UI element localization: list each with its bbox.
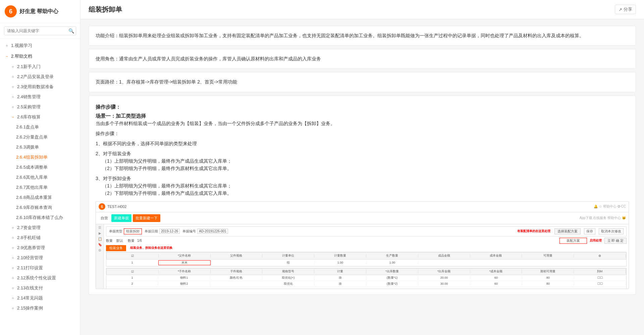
sidebar-item-coupon[interactable]: ＋ 2.9优惠券管理 <box>0 243 80 253</box>
field-doc-type: 单据类型 组装拆卸 <box>109 228 142 234</box>
sidebar-item-account-check[interactable]: 2.6.9库存账本查询 <box>0 203 80 213</box>
main-content: 功能介绍：组装拆卸单用来处理企业组装或拆卸等加工业务，支持有固定装配清单的产品加… <box>80 19 644 335</box>
sidebar-item-cost-adjust[interactable]: 2.6.5成本调整单 <box>0 162 80 172</box>
sidebar-item-cost-recalc[interactable]: 2.6.8商品成本重算 <box>0 192 80 203</box>
annotation-enable: 启用处理 <box>590 238 602 243</box>
bottom-table-row-1: 1 物料1 颜色:红色 双优化(+) 块 (数量*1) 20.00 60 80 <box>106 275 626 281</box>
bottom-table-header: ☑ *子件名称 子件规格 规格型号 计量 *出库数量 *出库金额 *成本金额 期… <box>106 268 626 275</box>
step2-sub: （1）上部明细为父件明细，最终作为产成品生成其它入库单； （2）下部明细为子件明… <box>96 158 629 172</box>
sidebar-item-stocktake[interactable]: 2.6.1盘点单 <box>0 122 80 132</box>
step2-text: 2、对于组装业务 <box>96 151 629 157</box>
plus-icon-3: ＋ <box>11 74 15 80</box>
search-input[interactable] <box>4 26 76 35</box>
plus-icon-5: ＋ <box>11 94 15 100</box>
sidebar-item-print[interactable]: ＋ 2.11打印设置 <box>0 263 80 273</box>
step3-2-text: （2）下部明细为子件明细，最终作为产成品生成其它入库单。 <box>102 190 629 197</box>
sidebar-item-cases[interactable]: ＋ 2.15操作案例 <box>0 303 80 313</box>
ops-sub-title: 操作步骤： <box>96 131 629 137</box>
sidebar-item-assembly[interactable]: 2.6.4组装拆卸单 <box>0 152 80 162</box>
app-side-icons: ☰ ▶ 📋 🔖 ⚙ <box>96 224 104 289</box>
sidebar-item-data-prep[interactable]: ＋ 2.3使用前数据准备 <box>0 82 80 92</box>
page-path-text: 页面路径：1、库存核算->库存管理->组装拆卸单 2、首页->常用功能 <box>96 78 629 86</box>
sidebar-item-partial-stocktake[interactable]: 2.6.2分量盘点单 <box>0 132 80 142</box>
btn-save[interactable]: 保存 <box>584 228 595 234</box>
side-icon-4: 🔖 <box>98 243 102 246</box>
sidebar-item-sales[interactable]: ＋ 2.4销售管理 <box>0 92 80 102</box>
app-icons: 🔔 ☆ 帮助中心 ✪ CC <box>594 204 626 209</box>
select-plan-btn[interactable]: 选择装配方案 <box>554 228 581 234</box>
sidebar-item-mobile[interactable]: ＋ 2.8手机旺铺 <box>0 233 80 243</box>
plus-icon-14: ＋ <box>11 295 15 301</box>
app-id-text: TEST-H002 <box>107 205 592 209</box>
app-body: ☰ ▶ 📋 🔖 ⚙ 单据类型 组装拆卸 <box>96 224 629 289</box>
search-area: 🔍 <box>0 23 80 39</box>
assembly-type-btn[interactable]: 组装业务 <box>106 245 126 251</box>
main-header: 组装拆卸单 ↗ 分享 <box>80 0 644 19</box>
step2-block: 2、对于组装业务 （1）上部明细为父件明细，最终作为产成品生成其它入库单； （2… <box>96 151 629 172</box>
nav-new-doc[interactable]: 新建单据 <box>111 214 131 222</box>
top-table-header: ☑ *父件名称 父件规格 计量单位 计量数量 生产数量 成品金额 成本金额 可用… <box>106 252 626 260</box>
scene-block: 场景一：加工类型选择 当由多个子件材料组装成一个成品的业务为【组装】业务，当由一… <box>96 113 629 127</box>
scene-title: 场景一：加工类型选择 <box>96 113 629 119</box>
sidebar-item-personalize[interactable]: ＋ 2.12系统个性化设置 <box>0 273 80 283</box>
plus-icon: ＋ <box>5 43 9 49</box>
app-main-area: 单据类型 组装拆卸 单据日期 2019-12-26 单据编号 AD-201912… <box>104 224 629 289</box>
type-switcher-area: 组装业务 组装业务、拆卸业务在这里切换 <box>106 245 627 251</box>
sidebar-item-other-in[interactable]: 2.6.6其他入库单 <box>0 172 80 182</box>
confirm-btn[interactable]: 立 即 确 定 <box>604 238 627 244</box>
doc-type-value[interactable]: 组装拆卸 <box>124 228 142 234</box>
scene-desc: 当由多个子件材料组装成一个成品的业务为【组装】业务，当由一个父件拆分成多个子产品… <box>96 121 629 127</box>
sidebar-item-new-user[interactable]: ＋ 2.1新手入门 <box>0 62 80 72</box>
nav-right-icons: App下载 在线服务 帮助中心 🐱 <box>580 216 626 220</box>
sidebar-item-adjust[interactable]: 2.6.3调拨单 <box>0 142 80 152</box>
sidebar-item-install[interactable]: ＋ 2.2产品安装及登录 <box>0 72 80 82</box>
bottom-table-row-3: 3 <box>106 287 626 289</box>
plus-icon-10: ＋ <box>11 255 15 261</box>
page-path-card: 页面路径：1、库存核算->库存管理->组装拆卸单 2、首页->常用功能 <box>89 72 636 92</box>
main-area: 组装拆卸单 ↗ 分享 功能介绍：组装拆卸单用来处理企业组装或拆卸等加工业务，支持… <box>80 0 644 335</box>
step1-text: 1、根据不同的业务，选择不同单据的类型来处理 <box>96 141 629 147</box>
sidebar-item-purchase[interactable]: ＋ 2.5采购管理 <box>0 102 80 112</box>
steps-section: 操作步骤： 场景一：加工类型选择 当由多个子件材料组装成一个成品的业务为【组装】… <box>89 96 636 295</box>
step2-2-text: （2）下部明细为子件明细，最终作为原材料生成其它出库单。 <box>102 166 629 172</box>
top-table: ☑ *父件名称 父件规格 计量单位 计量数量 生产数量 成品金额 成本金额 可用… <box>106 252 627 267</box>
sidebar-item-online-pay[interactable]: ＋ 2.13在线支付 <box>0 283 80 293</box>
sidebar-item-faq[interactable]: ＋ 2.14常见问题 <box>0 293 80 303</box>
sidebar-item-other-out[interactable]: 2.6.7其他出库单 <box>0 182 80 192</box>
app-title: 好生意 帮助中心 <box>19 8 58 15</box>
sidebar-item-operation[interactable]: ＋ 2.10经营管理 <box>0 253 80 263</box>
sidebar-item-inventory[interactable]: － 2.6库存核算 <box>0 112 80 122</box>
doc-no-value[interactable]: AD-20191226-001 <box>197 229 228 234</box>
app-mini-logo: 6 <box>99 203 105 210</box>
nav-batch-btn[interactable]: 批量新建一下 <box>133 214 160 222</box>
user-role-card: 使用角色：通常由生产人员或库管人员完成折装业务的操作，库管人员确认原材料的出库和… <box>89 49 636 69</box>
bottom-table-row-2: 2 物料2 双优化 块 (数量*2) 30.00 60 80 ☐☐ <box>106 281 626 287</box>
plus-icon-11: ＋ <box>11 265 15 271</box>
plan-field[interactable]: 装配方案 <box>559 238 587 244</box>
user-role-text: 使用角色：通常由生产人员或库管人员完成折装业务的操作，库管人员确认原材料的出库和… <box>96 55 629 63</box>
share-button[interactable]: ↗ 分享 <box>615 5 636 14</box>
search-button[interactable]: 🔍 <box>68 28 74 34</box>
step3-sub: （1）上部明细为父件明细，最终作为原材料生成其它出库单； （2）下部明细为子件明… <box>96 183 629 197</box>
bottom-table: ☑ *子件名称 子件规格 规格型号 计量 *出库数量 *出库金额 *成本金额 期… <box>106 268 627 289</box>
sidebar-item-account-error[interactable]: 2.6.10库存账本错了么办 <box>0 213 80 223</box>
step2-1-text: （1）上部明细为父件明细，最终作为产成品生成其它入库单； <box>102 158 629 164</box>
plus-icon-2: ＋ <box>11 64 15 70</box>
sidebar-item-video[interactable]: ＋ 1.视频学习 <box>0 40 80 51</box>
plus-icon-4: ＋ <box>11 84 15 90</box>
doc-date-value[interactable]: 2019-12-26 <box>159 229 180 234</box>
minus-icon: － <box>5 53 9 59</box>
toolbar-row2: 数量 默认 数量 1/6 装配方案 启用处理 立 即 确 定 <box>106 238 627 244</box>
nav-home[interactable]: 自营 <box>99 215 110 222</box>
side-icon-5: ⚙ <box>98 248 101 252</box>
feature-intro-text: 功能介绍：组装拆卸单用来处理企业组装或拆卸等加工业务，支持有固定装配清单的产品加… <box>96 32 629 40</box>
btn-cancel[interactable]: 取消本次修改 <box>599 228 624 234</box>
parent-item-cell[interactable]: 米米 <box>158 260 211 265</box>
side-icon-3: 📋 <box>98 237 102 241</box>
app-nav-bar: 自营 新建单据 批量新建一下 App下载 在线服务 帮助中心 🐱 <box>96 212 629 224</box>
sidebar-item-docs[interactable]: － 2.帮助文档 <box>0 51 80 62</box>
plus-icon-8: ＋ <box>11 235 15 241</box>
top-table-row-1: 1 米米 组 1.00 1.00 <box>106 260 626 266</box>
sidebar-item-finance[interactable]: ＋ 2.7资金管理 <box>0 223 80 233</box>
sidebar-logo: 6 好生意 帮助中心 <box>0 0 80 23</box>
